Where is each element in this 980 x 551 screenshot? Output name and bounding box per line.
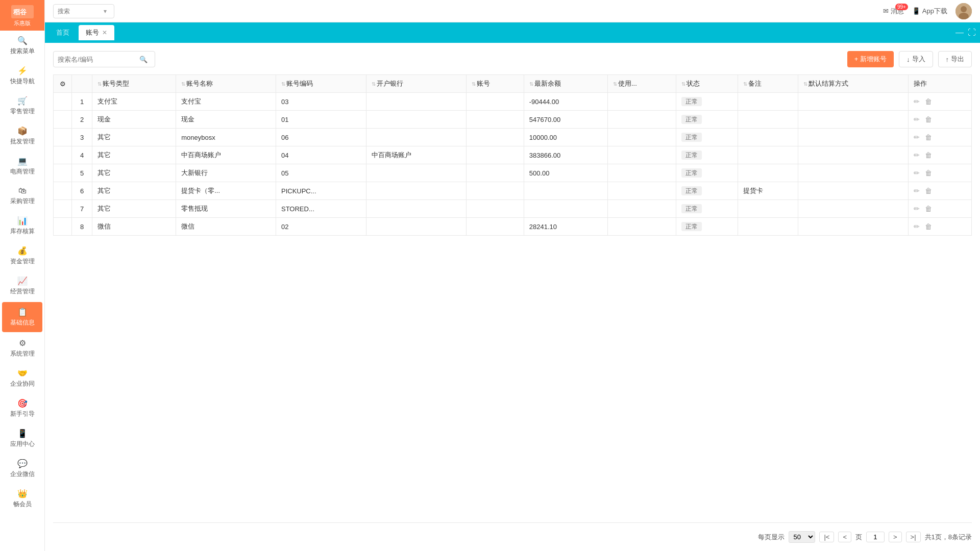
col-default-settle[interactable]: ⇅默认结算方式: [798, 75, 909, 93]
delete-button[interactable]: 🗑: [925, 115, 932, 123]
logo-subtitle: 乐惠版: [14, 19, 31, 27]
main-area: ▾ ✉ 消息 99+ 📱 App下载 首页: [45, 0, 980, 551]
sidebar-item-inventory[interactable]: 📊 库存核算: [0, 211, 44, 241]
row-settings-cell: [54, 146, 72, 164]
page-next-button[interactable]: >: [889, 532, 902, 542]
top-search-input[interactable]: [58, 8, 104, 15]
page-prev-button[interactable]: <: [838, 532, 851, 542]
delete-button[interactable]: 🗑: [925, 187, 932, 195]
col-code[interactable]: ⇅账号编码: [276, 75, 366, 93]
row-bank-cell: 中百商场账户: [366, 146, 467, 164]
tab-home[interactable]: 首页: [49, 25, 77, 40]
sidebar-item-quick-nav[interactable]: ⚡ 快捷导航: [0, 61, 44, 91]
sidebar-item-basic-info[interactable]: 📋 基础信息: [2, 302, 42, 332]
col-remark[interactable]: ⇅备注: [738, 75, 798, 93]
col-num: [72, 75, 92, 93]
sidebar-item-search-menu[interactable]: 🔍 搜索菜单: [0, 31, 44, 61]
top-search-box[interactable]: ▾: [53, 4, 114, 18]
row-settings-cell: [54, 164, 72, 182]
sidebar-item-vip-member[interactable]: 👑 畅会员: [0, 484, 44, 514]
search-wrap[interactable]: 🔍: [53, 51, 155, 67]
col-type[interactable]: ⇅账号类型: [92, 75, 176, 93]
row-num-cell: 7: [72, 200, 92, 218]
svg-point-3: [961, 6, 967, 12]
delete-button[interactable]: 🗑: [925, 169, 932, 177]
edit-button[interactable]: ✏: [914, 187, 920, 195]
search-icon[interactable]: 🔍: [139, 56, 148, 63]
row-name-cell: 微信: [176, 218, 276, 236]
avatar[interactable]: [955, 3, 972, 19]
app-download-action[interactable]: 📱 App下载: [912, 7, 947, 16]
enterprise-agreement-icon: 🤝: [17, 368, 28, 378]
row-account-cell: [467, 164, 524, 182]
sidebar-item-ops-mgmt[interactable]: 📈 经营管理: [0, 271, 44, 301]
edit-button[interactable]: ✏: [914, 115, 920, 123]
edit-button[interactable]: ✏: [914, 205, 920, 213]
row-type-cell: 支付宝: [92, 93, 176, 111]
toolbar-actions: + 新增账号 ↓ 导入 ↑ 导出: [847, 51, 972, 67]
table-row: 1 支付宝 支付宝 03 -90444.00 正常 ✏ 🗑: [54, 93, 972, 111]
sidebar-item-newcomer-guide[interactable]: 🎯 新手引导: [0, 393, 44, 423]
row-default-settle-cell: [798, 111, 909, 129]
col-balance[interactable]: ⇅最新余额: [524, 75, 607, 93]
sidebar-item-ecommerce-mgmt[interactable]: 💻 电商管理: [0, 151, 44, 181]
page-number-input[interactable]: [866, 532, 885, 542]
sidebar-item-capital-mgmt[interactable]: 💰 资金管理: [0, 241, 44, 271]
col-status[interactable]: ⇅状态: [676, 75, 738, 93]
row-status-cell: 正常: [676, 218, 738, 236]
sidebar-item-enterprise-wechat[interactable]: 💬 企业微信: [0, 454, 44, 484]
sidebar-item-system-mgmt[interactable]: ⚙ 系统管理: [0, 333, 44, 363]
row-name-cell: 大新银行: [176, 164, 276, 182]
row-code-cell: 06: [276, 129, 366, 146]
col-name[interactable]: ⇅账号名称: [176, 75, 276, 93]
delete-button[interactable]: 🗑: [925, 222, 932, 231]
tab-maximize-icon[interactable]: ⛶: [968, 28, 976, 37]
tab-account[interactable]: 账号 ✕: [79, 25, 114, 40]
dropdown-arrow-icon[interactable]: ▾: [104, 8, 107, 15]
search-input[interactable]: [58, 56, 139, 63]
sidebar-item-purchase-mgmt[interactable]: 🛍 采购管理: [0, 181, 44, 211]
page-first-button[interactable]: |<: [819, 532, 834, 542]
edit-button[interactable]: ✏: [914, 133, 920, 141]
delete-button[interactable]: 🗑: [925, 205, 932, 213]
page-size-select[interactable]: 50 100 200: [789, 531, 815, 543]
col-bank[interactable]: ⇅开户银行: [366, 75, 467, 93]
row-balance-cell: 383866.00: [524, 146, 607, 164]
edit-button[interactable]: ✏: [914, 222, 920, 231]
page-last-button[interactable]: >|: [906, 532, 921, 542]
sidebar-item-enterprise-agreement[interactable]: 🤝 企业协同: [0, 363, 44, 393]
import-label: 导入: [912, 55, 925, 64]
row-num-cell: 3: [72, 129, 92, 146]
delete-button[interactable]: 🗑: [925, 97, 932, 106]
row-settings-cell: [54, 200, 72, 218]
message-action[interactable]: ✉ 消息 99+: [883, 7, 904, 16]
edit-button[interactable]: ✏: [914, 97, 920, 106]
tab-close-icon[interactable]: ✕: [102, 30, 107, 36]
row-num-cell: 8: [72, 218, 92, 236]
row-account-cell: [467, 218, 524, 236]
retail-icon: 🛒: [17, 96, 28, 106]
row-usage-cell: [607, 200, 676, 218]
add-account-button[interactable]: + 新增账号: [847, 51, 894, 67]
row-balance-cell: [524, 182, 607, 200]
col-settings[interactable]: ⚙: [54, 75, 72, 93]
col-usage[interactable]: ⇅使用...: [607, 75, 676, 93]
sidebar-item-wholesale-mgmt[interactable]: 📦 批发管理: [0, 121, 44, 151]
tab-home-label: 首页: [56, 28, 69, 37]
sidebar-item-app-center[interactable]: 📱 应用中心: [0, 423, 44, 454]
edit-button[interactable]: ✏: [914, 169, 920, 177]
status-badge: 正常: [681, 115, 702, 124]
row-account-cell: [467, 146, 524, 164]
row-usage-cell: [607, 111, 676, 129]
col-account[interactable]: ⇅账号: [467, 75, 524, 93]
status-badge: 正常: [681, 222, 702, 231]
delete-button[interactable]: 🗑: [925, 133, 932, 141]
status-badge: 正常: [681, 97, 702, 106]
import-button[interactable]: ↓ 导入: [899, 51, 933, 67]
edit-button[interactable]: ✏: [914, 151, 920, 159]
export-button[interactable]: ↑ 导出: [938, 51, 972, 67]
delete-button[interactable]: 🗑: [925, 151, 932, 159]
sidebar-item-retail-mgmt[interactable]: 🛒 零售管理: [0, 91, 44, 121]
row-balance-cell: 10000.00: [524, 129, 607, 146]
tab-minimize-icon[interactable]: —: [955, 28, 964, 37]
